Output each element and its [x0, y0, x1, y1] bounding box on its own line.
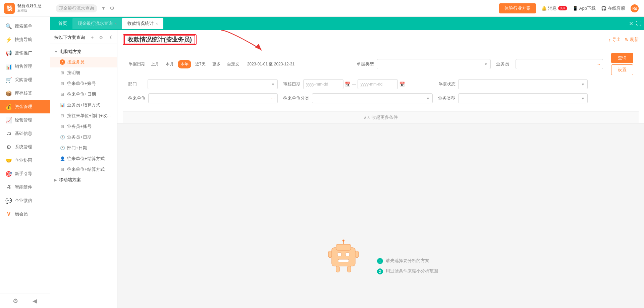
- sidebar-item-inventory[interactable]: 📦 库存核算: [0, 87, 50, 100]
- logo-badge: 标准版: [17, 8, 42, 13]
- date-btn-custom[interactable]: 自定义: [224, 60, 242, 68]
- tree-item-unit-account[interactable]: ⊟ 往来单位+账号: [50, 78, 117, 89]
- sidebar-item-sales[interactable]: 📊 销售管理: [0, 60, 50, 73]
- collapse-panel-button[interactable]: 《: [106, 34, 113, 41]
- tree-group-pc-header[interactable]: ▼ 电脑端方案: [50, 47, 117, 57]
- dropdown-icon[interactable]: ▼: [101, 6, 106, 11]
- person-icon: 人: [60, 59, 65, 65]
- sidebar-item-wechat[interactable]: 💬 企业微信: [0, 194, 50, 207]
- date-btn-this-month[interactable]: 本月: [163, 60, 176, 68]
- sidebar-item-search[interactable]: 🔍 搜索菜单: [0, 19, 50, 33]
- tab-cashflow[interactable]: 现金银行流水查询 ×: [72, 18, 122, 29]
- refresh-label: 刷新: [630, 37, 639, 43]
- sidebar-item-marketing[interactable]: 📢 营销推广: [0, 46, 50, 60]
- online-service-area[interactable]: 🎧 在线客服: [601, 5, 625, 11]
- date-tabs: 上月 本月 本年 近7天 更多 自定义: [148, 60, 242, 68]
- collapse-sidebar-icon[interactable]: ◀: [33, 297, 37, 305]
- audit-date-to-placeholder: yyyy-mm-dd: [361, 82, 382, 87]
- sidebar-item-hardware[interactable]: 🖨 智能硬件: [0, 181, 50, 194]
- tab-collection-close[interactable]: ×: [156, 21, 158, 25]
- date-btn-7days[interactable]: 近7天: [193, 60, 208, 68]
- table5-icon: ⊟: [60, 167, 65, 172]
- tree-item-by-detail[interactable]: ⊞ 按明细: [50, 67, 117, 78]
- caret-down-icon: ▼: [54, 50, 58, 54]
- settings-scheme-button[interactable]: ⚙: [98, 34, 104, 41]
- sidebar-item-member[interactable]: V 畅会员: [0, 207, 50, 221]
- sidebar-item-purchase[interactable]: 🛒 采购管理: [0, 73, 50, 87]
- gear-icon[interactable]: ⚙: [110, 5, 114, 11]
- sidebar-nav: 🔍 搜索菜单 ⚡ 快捷导航 📢 营销推广 📊 销售管理 🛒 采购管理 📦 库存核…: [0, 17, 50, 294]
- sidebar-item-label: 销售管理: [15, 63, 32, 69]
- inventory-icon: 📦: [5, 90, 12, 97]
- salesperson-more-icon[interactable]: ···: [596, 62, 600, 67]
- sidebar-item-finance[interactable]: 💰 资金管理: [0, 100, 50, 113]
- tab-home-label: 首页: [58, 20, 67, 27]
- table4-icon: ⊟: [60, 124, 65, 129]
- tree-item-by-salesperson[interactable]: 人 按业务员: [50, 57, 117, 67]
- salesperson-select[interactable]: ···: [516, 59, 603, 69]
- dept-select[interactable]: ▼: [148, 79, 278, 89]
- tree-item-salesperson-date[interactable]: 🕐 业务员+日期: [50, 132, 117, 143]
- counterpart-label: 往来单位: [128, 95, 146, 101]
- sidebar-item-base[interactable]: 🗂 基础信息: [0, 127, 50, 140]
- date-btn-last-month[interactable]: 上月: [148, 60, 162, 68]
- sidebar-item-system[interactable]: ⚙ 系统管理: [0, 140, 50, 154]
- fullscreen-icon[interactable]: ⛶: [636, 20, 641, 27]
- tab-collection[interactable]: 收款情况统计 ×: [122, 18, 163, 29]
- add-scheme-button[interactable]: ＋: [89, 34, 96, 41]
- counterpart-select[interactable]: ···: [148, 93, 278, 103]
- audit-date-to-input[interactable]: yyyy-mm-dd: [358, 79, 398, 89]
- sidebar-item-quicknav[interactable]: ⚡ 快捷导航: [0, 33, 50, 46]
- tab-cashflow-close[interactable]: ×: [115, 21, 117, 25]
- sidebar-item-guide[interactable]: 🎯 新手引导: [0, 167, 50, 181]
- export-button[interactable]: ↑ 导出: [609, 37, 621, 43]
- doc-status-select[interactable]: ▼: [458, 79, 588, 89]
- hint2-text: 用过滤条件来缩小分析范围: [386, 268, 438, 274]
- date-btn-this-year[interactable]: 本年: [178, 60, 191, 68]
- tab-cashflow-label: 现金银行流水查询: [78, 20, 113, 27]
- tree-item-unit-settle1[interactable]: 👤 往来单位+结算方式: [50, 153, 117, 164]
- scheme-tree: ▼ 电脑端方案 人 按业务员 ⊞ 按明细 ⊟ 往来单位+账号: [50, 44, 117, 188]
- sidebar-item-label: 采购管理: [15, 77, 32, 83]
- user-area[interactable]: Rit: [631, 4, 639, 12]
- setting-button[interactable]: 设置: [611, 64, 633, 75]
- grid-icon: ⊞: [60, 70, 65, 75]
- tree-item-salesperson-account[interactable]: ⊟ 业务员+账号: [50, 121, 117, 132]
- calendar-to-icon[interactable]: 📅: [399, 82, 405, 87]
- guide-icon: 🎯: [5, 170, 12, 177]
- tree-item-unit-dept[interactable]: ⊟ 按往来单位+部门+收...: [50, 110, 117, 121]
- date-btn-more[interactable]: 更多: [210, 60, 223, 68]
- counterpart-class-select[interactable]: ▼: [312, 93, 433, 103]
- tree-group-mobile-header[interactable]: ▶ 移动端方案: [50, 175, 117, 185]
- app-download-area[interactable]: 📱 App下载: [573, 5, 596, 11]
- counterpart-more-icon[interactable]: ···: [271, 96, 275, 101]
- tree-group-mobile: ▶ 移动端方案: [50, 175, 117, 185]
- tab-home[interactable]: 首页: [53, 18, 72, 29]
- calendar-from-icon[interactable]: 📅: [345, 82, 351, 87]
- notification-area[interactable]: 🔔 消息 99+: [541, 5, 567, 11]
- online-service-label: 在线客服: [608, 5, 625, 11]
- sidebar-item-ops[interactable]: 📈 经营管理: [0, 113, 50, 127]
- sidebar-item-corp[interactable]: 🤝 企业协同: [0, 154, 50, 167]
- counterpart-class-label: 往来单位分类: [283, 95, 309, 101]
- collapse-more-button[interactable]: ∧∧ 收起更多条件: [123, 111, 639, 123]
- tree-item-unit-date[interactable]: ⊟ 往来单位+日期: [50, 89, 117, 100]
- tree-item-label: 往来单位+日期: [67, 91, 96, 97]
- page-title-row: 收款情况统计(按业务员) ↑ 导出 ↻ 刷新: [123, 34, 639, 45]
- sidebar-item-label: 基础信息: [15, 131, 32, 137]
- filter-audit-date: 审核日期 yyyy-mm-dd 📅 — yyyy-mm-dd �: [283, 79, 433, 89]
- close-all-tabs-icon[interactable]: ✕: [629, 20, 633, 27]
- tree-item-label: 部门+日期: [67, 145, 87, 151]
- refresh-button[interactable]: ↻ 刷新: [625, 37, 639, 43]
- trial-button[interactable]: 体验行业方案: [499, 3, 536, 13]
- audit-date-from-input[interactable]: yyyy-mm-dd: [303, 79, 343, 89]
- tree-item-unit-settle2[interactable]: ⊟ 往来单位+结算方式: [50, 164, 117, 175]
- sidebar-item-label: 快捷导航: [15, 37, 32, 43]
- tree-item-salesperson-settle[interactable]: 📊 业务员+结算方式: [50, 100, 117, 110]
- biz-type-select[interactable]: ▼: [458, 93, 588, 103]
- query-button[interactable]: 查询: [611, 53, 633, 63]
- tree-item-dept-date[interactable]: 🕐 部门+日期: [50, 143, 117, 153]
- doc-type-select[interactable]: ▼: [377, 59, 490, 69]
- finance-icon: 💰: [5, 103, 12, 110]
- settings-bottom-icon[interactable]: ⚙: [13, 297, 18, 305]
